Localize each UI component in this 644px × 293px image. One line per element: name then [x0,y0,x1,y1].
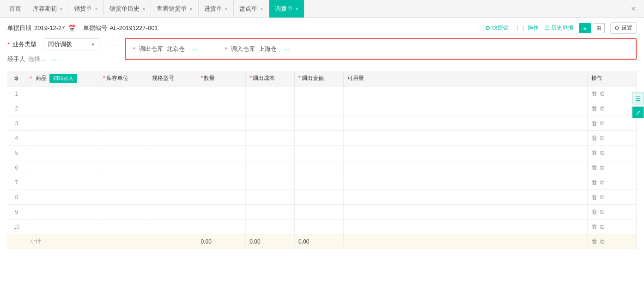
row-amount[interactable] [294,175,343,190]
tab-close-icon[interactable]: × [296,6,298,12]
delete-row-icon[interactable]: 🗑 [591,120,597,127]
copy-row-icon[interactable]: ⧉ [600,105,604,112]
delete-row-icon[interactable]: 🗑 [591,194,597,201]
copy-row-icon[interactable]: ⧉ [600,134,604,142]
copy-row-icon[interactable]: ⧉ [600,90,604,98]
row-product[interactable]: 小计 [26,234,99,249]
row-cost[interactable] [246,190,295,205]
delete-row-icon[interactable]: 🗑 [591,223,597,230]
row-quantity[interactable] [197,86,246,101]
row-product[interactable] [26,190,99,205]
row-spec[interactable] [148,86,197,101]
delete-row-icon[interactable]: 🗑 [591,90,597,97]
warehouse-in-more-icon[interactable]: ··· [284,46,289,53]
row-product[interactable] [26,146,99,160]
delete-row-icon[interactable]: 🗑 [591,208,597,215]
row-spec[interactable] [148,101,197,116]
row-spec[interactable] [148,131,197,146]
row-spec[interactable] [148,146,197,160]
row-spec[interactable] [148,116,197,131]
delete-row-icon[interactable]: 🗑 [591,238,597,245]
row-product[interactable] [26,116,99,131]
row-amount[interactable] [294,131,343,146]
tab-inventory-check[interactable]: 盘点单 × [234,0,269,18]
tab-close-icon[interactable]: × [225,6,228,12]
list-view-button[interactable]: ≡ [579,23,591,33]
row-spec[interactable] [148,190,197,205]
delete-row-icon[interactable]: 🗑 [591,164,597,171]
row-unit[interactable] [99,146,148,160]
row-quantity[interactable]: 0.00 [197,234,246,249]
delete-row-icon[interactable]: 🗑 [591,105,597,112]
row-quantity[interactable] [197,190,246,205]
row-unit[interactable] [99,234,148,249]
row-quantity[interactable] [197,220,246,234]
business-more-icon[interactable]: ··· [110,41,115,48]
row-amount[interactable]: 0.00 [294,234,343,249]
row-amount[interactable] [294,86,343,101]
tab-transfer[interactable]: 调拨单 × [269,0,304,18]
row-spec[interactable] [148,220,197,234]
tab-close-icon[interactable]: × [260,6,263,12]
tab-purchase[interactable]: 进货单 × [199,0,234,18]
row-cost[interactable] [246,205,295,220]
row-spec[interactable] [148,234,197,249]
tab-close-icon[interactable]: × [60,6,62,12]
row-cost[interactable] [246,131,295,146]
row-cost[interactable] [246,175,295,190]
operations-action[interactable]: ⋮⋮ 操作 [514,24,539,32]
business-type-select[interactable]: 同价调拨 ▼ [44,38,99,50]
row-quantity[interactable] [197,175,246,190]
copy-row-icon[interactable]: ⧉ [600,120,604,127]
copy-row-icon[interactable]: ⧉ [600,208,604,216]
row-product[interactable] [26,175,99,190]
row-product[interactable] [26,131,99,146]
tab-close-icon[interactable]: × [142,6,145,12]
row-amount[interactable] [294,146,343,160]
settings-button[interactable]: ⚙ 设置 [610,22,637,34]
row-product[interactable] [26,160,99,175]
row-quantity[interactable] [197,116,246,131]
row-unit[interactable] [99,86,148,101]
copy-row-icon[interactable]: ⧉ [600,223,604,231]
row-spec[interactable] [148,205,197,220]
history-action[interactable]: ☰ 历史单据 [544,24,573,32]
close-all-tabs-button[interactable]: × [626,0,640,18]
row-unit[interactable] [99,205,148,220]
person-select[interactable]: 选择... [28,55,45,63]
sidebar-list-tool[interactable]: ☰ [632,92,644,104]
tab-sales-history[interactable]: 销货单历史 × [104,0,151,18]
row-product[interactable] [26,220,99,234]
copy-row-icon[interactable]: ⧉ [600,238,604,245]
row-quantity[interactable] [197,131,246,146]
delete-row-icon[interactable]: 🗑 [591,149,597,156]
row-cost[interactable]: 0.00 [246,234,295,249]
copy-row-icon[interactable]: ⧉ [600,179,604,186]
tab-close-icon[interactable]: × [95,6,97,12]
copy-row-icon[interactable]: ⧉ [600,149,604,157]
row-quantity[interactable] [197,160,246,175]
row-amount[interactable] [294,205,343,220]
row-cost[interactable] [246,116,295,131]
row-cost[interactable] [246,101,295,116]
row-amount[interactable] [294,116,343,131]
row-amount[interactable] [294,160,343,175]
row-unit[interactable] [99,190,148,205]
scan-button[interactable]: 扫码录入 [49,74,77,83]
warehouse-out-more-icon[interactable]: ··· [192,46,197,53]
delete-row-icon[interactable]: 🗑 [591,134,597,141]
row-amount[interactable] [294,101,343,116]
tab-close-icon[interactable]: × [189,6,192,12]
row-unit[interactable] [99,131,148,146]
row-cost[interactable] [246,146,295,160]
row-product[interactable] [26,101,99,116]
row-cost[interactable] [246,86,295,101]
copy-row-icon[interactable]: ⧉ [600,164,604,171]
row-quantity[interactable] [197,101,246,116]
tab-inventory-init[interactable]: 库存期初 × [27,0,68,18]
grid-view-button[interactable]: ⊞ [593,23,605,33]
row-unit[interactable] [99,220,148,234]
row-product[interactable] [26,86,99,101]
calendar-icon[interactable]: 📅 [68,24,76,32]
shortcut-action[interactable]: ⚙ 快捷键 [485,24,509,32]
